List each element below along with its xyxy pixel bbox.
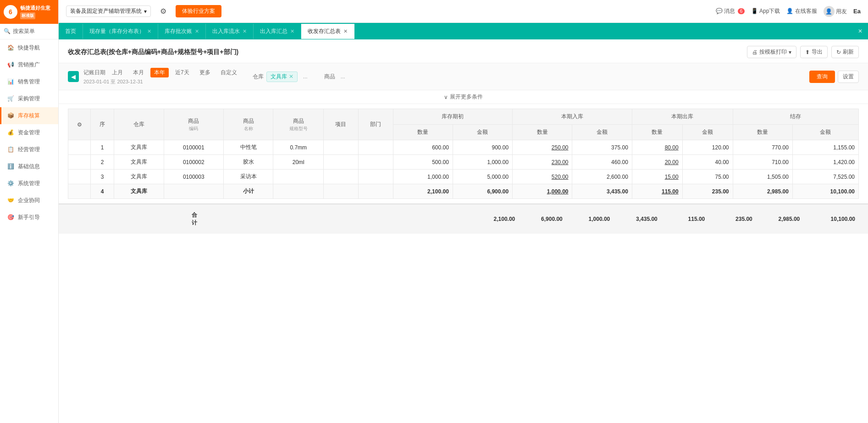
table-cell (324, 170, 359, 184)
export-icon: ⬆ (805, 49, 810, 55)
experience-btn[interactable]: 体验行业方案 (176, 5, 221, 17)
tab-close-icon[interactable]: ✕ (290, 28, 294, 34)
table-cell: 120.00 (682, 140, 733, 155)
sidebar-item-purchase[interactable]: 🛒 采购管理 (0, 90, 58, 107)
sidebar-item-operations[interactable]: 📋 经营管理 (0, 141, 58, 158)
refresh-button[interactable]: ↻ 刷新 (831, 46, 859, 58)
sidebar-item-quicknav[interactable]: 🏠 快捷导航 (0, 39, 58, 56)
tab-inout-summary[interactable]: 出入库汇总 ✕ (254, 24, 301, 39)
date-btn-7days[interactable]: 近7天 (171, 68, 193, 77)
sidebar-item-label: 营销推广 (18, 61, 40, 69)
user-action[interactable]: 👤 用友 (824, 6, 847, 17)
table-cell: 采访本 (223, 170, 273, 184)
filter-bar: ◀ 记账日期 上月 本月 本年 近7天 更多 自定义 2023-01-01 至 … (59, 63, 868, 90)
app-tag: 标准版 (20, 12, 35, 19)
table-cell (358, 155, 393, 170)
sidebar-item-guide[interactable]: 🎯 新手引导 (0, 209, 58, 226)
app-download-action[interactable]: 📱 App下载 (751, 7, 780, 15)
tab-close-icon[interactable]: ✕ (343, 28, 348, 34)
app-download-label: App下载 (759, 8, 780, 14)
tab-inventory-dist[interactable]: 现存量（库存分布表） ✕ (83, 24, 158, 39)
table-cell: 10,100.00 (792, 184, 858, 199)
tab-inout-flow[interactable]: 出入库流水 ✕ (206, 24, 254, 39)
col-project: 项目 (324, 109, 359, 140)
print-button[interactable]: 🖨 按模板打印 ▾ (747, 46, 796, 58)
goods-filter-label: 商品 (324, 73, 335, 81)
goods-more-btn[interactable]: ... (338, 72, 348, 81)
sidebar-item-label: 采购管理 (18, 95, 40, 103)
table-cell[interactable]: 115.00 (632, 184, 682, 199)
settings-small-button[interactable]: 设置 (838, 71, 859, 83)
online-service-label: 在线客服 (795, 8, 817, 14)
sidebar-item-label: 销售管理 (18, 78, 40, 86)
export-button[interactable]: ⬆ 导出 (800, 46, 828, 58)
collab-icon: 🤝 (7, 197, 14, 204)
sidebar-item-sales[interactable]: 📊 销售管理 (0, 73, 58, 90)
sidebar-item-collaboration[interactable]: 🤝 企业协同 (0, 192, 58, 209)
tab-close-icon[interactable]: ✕ (195, 28, 199, 34)
table-cell (273, 170, 324, 184)
table-cell: 770.00 (733, 140, 792, 155)
date-btn-this-month[interactable]: 本月 (129, 68, 148, 77)
selector-dropdown-icon: ▾ (144, 8, 147, 15)
message-action[interactable]: 💬 消息 6 (716, 7, 745, 15)
sidebar-item-label: 新手引导 (18, 214, 40, 221)
table-footer: 合计 2,100.00 6,900.00 1,000.00 3,435.00 1… (59, 203, 868, 234)
table-cell: 文具库 (114, 155, 164, 170)
col-balance-amt: 金额 (792, 125, 858, 140)
footer-balance-qty: 2,985.00 (756, 208, 804, 230)
table-cell (273, 184, 324, 199)
table-cell: 460.00 (572, 155, 632, 170)
table-cell[interactable]: 250.00 (513, 140, 572, 155)
expand-conditions-bar[interactable]: ∨ 展开更多条件 (59, 90, 868, 104)
table-cell: 文具库 (114, 170, 164, 184)
sidebar-item-marketing[interactable]: 📢 营销推广 (0, 56, 58, 73)
tab-receipt-summary[interactable]: 收发存汇总表 ✕ (301, 24, 354, 39)
sidebar-item-basic-info[interactable]: ℹ️ 基础信息 (0, 158, 58, 175)
table-cell: 20ml (273, 155, 324, 170)
table-cell: 2 (91, 155, 114, 170)
table-cell (324, 155, 359, 170)
sidebar-item-finance[interactable]: 💰 资金管理 (0, 124, 58, 141)
query-button[interactable]: 查询 (809, 71, 835, 83)
table-cell[interactable]: 230.00 (513, 155, 572, 170)
table-cell: 4 (91, 184, 114, 199)
date-btn-more[interactable]: 更多 (196, 68, 214, 77)
table-cell[interactable]: 20.00 (632, 155, 682, 170)
online-service-action[interactable]: 👤 在线客服 (786, 7, 817, 15)
table-cell (68, 155, 91, 170)
date-btn-this-year[interactable]: 本年 (150, 68, 169, 77)
warehouse-tag-close[interactable]: ✕ (289, 73, 293, 80)
table-settings-icon[interactable]: ⚙ (77, 121, 82, 128)
col-group-opening: 库存期初 (393, 109, 513, 125)
date-btn-last-month[interactable]: 上月 (108, 68, 127, 77)
warehouse-more-btn[interactable]: ... (300, 72, 310, 81)
tab-close-icon[interactable]: ✕ (243, 28, 247, 34)
table-cell: 5,000.00 (453, 170, 512, 184)
tab-home[interactable]: 首页 (59, 24, 83, 39)
tabs-close-all[interactable]: ✕ (852, 24, 868, 38)
table-cell[interactable]: 15.00 (632, 170, 682, 184)
inventory-icon: 📦 (7, 112, 14, 119)
col-settings[interactable]: ⚙ (68, 109, 91, 140)
table-cell: 1 (91, 140, 114, 155)
search-menu[interactable]: 🔍 搜索菜单 (0, 24, 58, 39)
footer-opening-qty: 2,100.00 (471, 208, 519, 230)
sidebar-item-system[interactable]: ⚙️ 系统管理 (0, 175, 58, 192)
system-title: 装备及固定资产辅助管理系统 (70, 7, 142, 15)
table-cell: 1,000.00 (453, 155, 512, 170)
tab-close-icon[interactable]: ✕ (147, 28, 151, 34)
system-selector[interactable]: 装备及固定资产辅助管理系统 ▾ (66, 5, 151, 17)
tab-batch-ledger[interactable]: 库存批次账 ✕ (158, 24, 206, 39)
filter-toggle-button[interactable]: ◀ (68, 71, 79, 82)
table-cell (358, 170, 393, 184)
sidebar-item-inventory[interactable]: 📦 库存核算 (0, 107, 58, 124)
table-cell[interactable]: 1,000.00 (513, 184, 572, 199)
table-cell[interactable]: 80.00 (632, 140, 682, 155)
footer-out-qty: 115.00 (661, 208, 709, 230)
settings-button[interactable]: ⚙ (155, 5, 171, 17)
date-btn-custom[interactable]: 自定义 (217, 68, 241, 77)
table-cell[interactable]: 520.00 (513, 170, 572, 184)
col-balance-qty: 数量 (733, 125, 792, 140)
table-cell: 75.00 (682, 170, 733, 184)
